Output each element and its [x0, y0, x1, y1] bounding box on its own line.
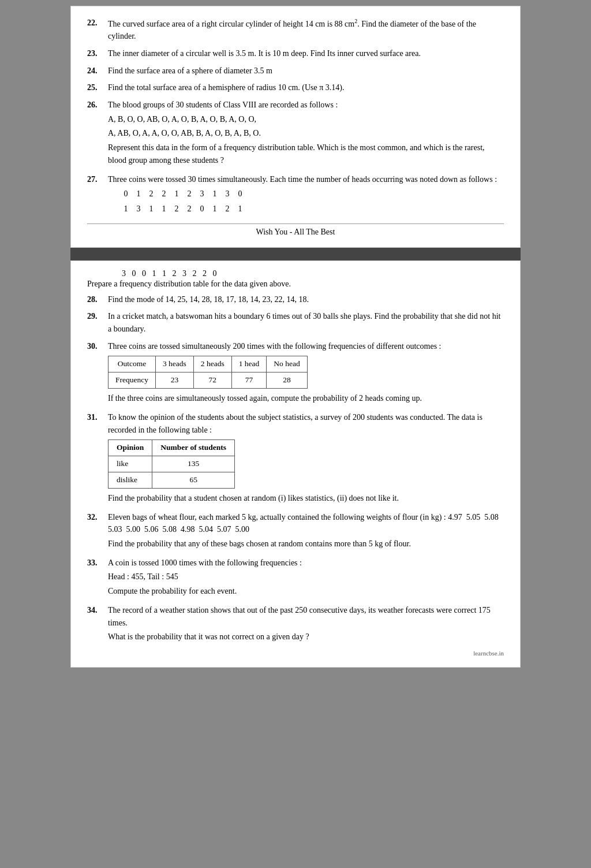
question-23: 23. The inner diameter of a circular wel…: [87, 47, 504, 60]
question-32: 32. Eleven bags of wheat flour, each mar…: [87, 511, 504, 552]
wish-bar: Wish You - All The Best: [87, 223, 504, 237]
page-separator: [70, 248, 521, 260]
question-29: 29. In a cricket match, a batswoman hits…: [87, 310, 504, 335]
col-opinion: Opinion: [109, 440, 152, 456]
col-outcome: Outcome: [109, 356, 156, 372]
q28-num: 28.: [87, 293, 108, 306]
col-nohead: No head: [267, 356, 307, 372]
freq-3heads: 23: [155, 372, 193, 389]
page-top: 22. The curved surface area of a right c…: [70, 6, 521, 248]
q22-num: 22.: [87, 17, 108, 43]
question-28: 28. Find the mode of 14, 25, 14, 28, 18,…: [87, 293, 504, 306]
q28-text: Find the mode of 14, 25, 14, 28, 18, 17,…: [108, 293, 504, 306]
col-1head: 1 head: [231, 356, 267, 372]
q25-num: 25.: [87, 81, 108, 94]
coins-row2: 13112 20121: [119, 203, 504, 215]
opinion-like: like: [109, 456, 152, 472]
q33-num: 33.: [87, 557, 108, 599]
q34-num: 34.: [87, 604, 108, 645]
question-26: 26. The blood groups of 30 students of C…: [87, 99, 504, 168]
col-num-students: Number of students: [152, 440, 235, 456]
students-like: 135: [152, 456, 235, 472]
students-dislike: 65: [152, 472, 235, 489]
question-22: 22. The curved surface area of a right c…: [87, 17, 504, 43]
col-3heads: 3 heads: [155, 356, 193, 372]
q29-text: In a cricket match, a batswoman hits a b…: [108, 310, 504, 335]
question-24: 24. Find the surface area of a sphere of…: [87, 65, 504, 77]
q23-num: 23.: [87, 47, 108, 60]
freq-1head: 77: [231, 372, 267, 389]
q31-num: 31.: [87, 411, 108, 506]
freq-2heads: 72: [193, 372, 231, 389]
q32-num: 32.: [87, 511, 108, 552]
q31-text: To know the opinion of the students abou…: [108, 411, 504, 506]
q34-text: The record of a weather station shows th…: [108, 604, 504, 645]
question-34: 34. The record of a weather station show…: [87, 604, 504, 645]
q32-text: Eleven bags of wheat flour, each marked …: [108, 511, 504, 552]
q30-num: 30.: [87, 340, 108, 407]
col-2heads: 2 heads: [193, 356, 231, 372]
prepare-text: Prepare a frequency distribution table f…: [87, 280, 504, 289]
page-bottom: 3 0 0 1 1 2 3 2 2 0 Prepare a frequency …: [70, 260, 521, 668]
coins-row1: 01221 23130: [119, 188, 504, 200]
q30-table: Outcome 3 heads 2 heads 1 head No head F…: [108, 356, 308, 389]
question-27: 27. Three coins were tossed 30 times sim…: [87, 173, 504, 218]
freq-nohead: 28: [267, 372, 307, 389]
data-sequence: 3 0 0 1 1 2 3 2 2 0: [87, 269, 504, 278]
q30-text: Three coins are tossed simultaneously 20…: [108, 340, 504, 407]
question-30: 30. Three coins are tossed simultaneousl…: [87, 340, 504, 407]
watermark-note: learncbse.in: [87, 650, 504, 657]
q23-text: The inner diameter of a circular well is…: [108, 47, 504, 60]
q24-text: Find the surface area of a sphere of dia…: [108, 65, 504, 77]
q31-table: Opinion Number of students like 135 disl…: [108, 439, 235, 489]
question-31: 31. To know the opinion of the students …: [87, 411, 504, 506]
question-33: 33. A coin is tossed 1000 times with the…: [87, 557, 504, 599]
opinion-dislike: dislike: [109, 472, 152, 489]
q27-text: Three coins were tossed 30 times simulta…: [108, 173, 504, 218]
q25-text: Find the total surface area of a hemisph…: [108, 81, 504, 94]
question-25: 25. Find the total surface area of a hem…: [87, 81, 504, 94]
q24-num: 24.: [87, 65, 108, 77]
q29-num: 29.: [87, 310, 108, 335]
q26-text: The blood groups of 30 students of Class…: [108, 99, 504, 168]
row-freq-label: Frequency: [109, 372, 156, 389]
q22-text: The curved surface area of a right circu…: [108, 17, 504, 43]
q26-num: 26.: [87, 99, 108, 168]
q27-num: 27.: [87, 173, 108, 218]
q33-text: A coin is tossed 1000 times with the fol…: [108, 557, 504, 599]
